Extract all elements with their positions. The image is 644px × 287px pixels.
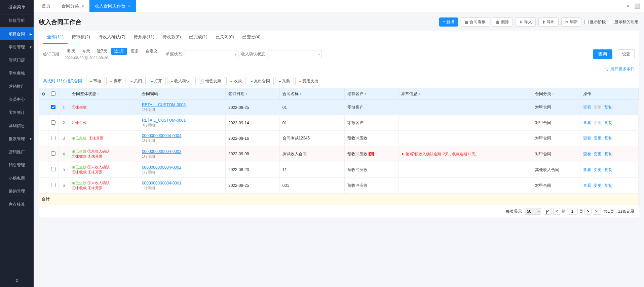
window-close-button[interactable]: ✕ <box>623 3 633 9</box>
tab-close-income-contract[interactable]: × <box>128 4 130 8</box>
payment-button[interactable]: ● 收款 <box>226 77 245 85</box>
row5-checkbox[interactable] <box>48 162 59 178</box>
row4-checkbox[interactable] <box>48 146 59 162</box>
query-button[interactable]: 查询 <box>593 49 612 59</box>
row1-code-link[interactable]: RETAIL_CUSTOM-0003 <box>142 102 186 107</box>
expense-contract-button[interactable]: ● 支出合同 <box>247 77 274 85</box>
sidebar-item-wholesale[interactable]: 批发管理 ▼ <box>0 132 34 145</box>
sidebar-item-basic-info[interactable]: 基础信息 <box>0 119 34 132</box>
date-opt-today[interactable]: 今天 <box>79 48 93 55</box>
settings-icon[interactable]: ⚙ <box>0 274 34 287</box>
th-code[interactable]: 合同编码 ↕ <box>139 88 225 100</box>
sidebar-item-marketing2[interactable]: 营销推广 <box>0 145 34 158</box>
date-opt-custom[interactable]: 自定义 <box>143 48 160 55</box>
row6-change-link[interactable]: 变更 <box>594 183 602 188</box>
sidebar-item-sales-mgmt[interactable]: 销售管理 <box>0 158 34 171</box>
th-type[interactable]: 合同分类 ↕ <box>532 88 580 100</box>
row1-change-link[interactable]: 变更 <box>594 105 602 110</box>
page-size-select[interactable]: 50 20 100 <box>525 208 541 215</box>
sidebar-item-inventory[interactable]: 库存核算 <box>0 198 34 211</box>
row2-checkbox[interactable] <box>48 115 59 131</box>
row5-settings[interactable] <box>39 162 48 178</box>
row5-view-link[interactable]: 查看 <box>583 167 591 172</box>
sidebar-item-member[interactable]: 会员中心 <box>0 93 34 106</box>
row1-view-link[interactable]: 查看 <box>583 105 591 110</box>
sidebar-item-marketing[interactable]: 营销推广 <box>0 80 34 93</box>
th-name[interactable]: 合同名称 ↕ <box>279 88 344 100</box>
filter-settings-button[interactable]: 设置 <box>618 49 635 59</box>
th-error[interactable]: 异常信息 ↕ <box>399 88 532 100</box>
board-button[interactable]: ▦ 合同看板 <box>461 17 489 27</box>
row5-code-link[interactable]: 0000000000004-0002 <box>142 165 181 170</box>
row4-view-link[interactable]: 查看 <box>583 152 591 156</box>
next-page-button[interactable]: > <box>584 208 592 215</box>
th-settings[interactable]: ⚙ <box>39 88 48 100</box>
date-opt-yesterday[interactable]: 昨天 <box>65 48 78 55</box>
filter-tab-pending-income-confirm[interactable]: 待收入确认(7) <box>94 31 129 44</box>
filter-tab-pending-invoice[interactable]: 待开票(11) <box>129 31 158 44</box>
th-customer[interactable]: 结算客户 ↕ <box>344 88 399 100</box>
row3-copy-link[interactable]: 复制 <box>604 136 612 140</box>
date-opt-more[interactable]: 更多 <box>128 48 142 55</box>
row1-copy-link[interactable]: 复制 <box>604 105 612 110</box>
row6-checkbox[interactable] <box>48 178 59 194</box>
abandon-button[interactable]: ● 弃审 <box>106 77 125 85</box>
row5-copy-link[interactable]: 复制 <box>604 167 612 172</box>
filter-tab-closed[interactable]: 已关闭(0) <box>212 31 238 44</box>
select-all-checkbox[interactable] <box>51 91 55 96</box>
income-confirm-select[interactable] <box>268 50 322 58</box>
review-button[interactable]: ● 审核 <box>86 77 105 85</box>
sidebar-item-purchase[interactable]: 采购管理 <box>0 184 34 198</box>
income-confirm-button[interactable]: ● 收入确认 <box>167 77 194 85</box>
row3-change-link[interactable]: 变更 <box>594 136 602 140</box>
row3-view-link[interactable]: 查看 <box>583 136 591 140</box>
tab-close-contract-category[interactable]: × <box>82 4 84 8</box>
filter-tab-pending-review[interactable]: 待审核(2) <box>68 31 94 44</box>
tab-home[interactable]: 首页 <box>36 0 56 12</box>
expense-button[interactable]: ● 费用支出 <box>295 77 322 85</box>
filter-tab-pending-payment[interactable]: 待收款(8) <box>158 31 185 44</box>
sidebar-item-smart-store[interactable]: 智慧门店 <box>0 53 34 67</box>
row4-settings[interactable] <box>39 146 48 162</box>
row6-settings[interactable] <box>39 178 48 194</box>
row1-checkbox[interactable] <box>48 100 59 115</box>
filter-tab-changed[interactable]: 已变更(4) <box>238 31 265 44</box>
purchase-button[interactable]: ● 采购 <box>275 77 294 85</box>
sales-invoice-button[interactable]: 📄 销售发票 <box>195 77 225 85</box>
show-stage-checkbox[interactable]: 显示阶段 <box>584 19 606 25</box>
row2-view-link[interactable]: 查看 <box>583 120 591 125</box>
filter-tab-completed[interactable]: 已完成(1) <box>185 31 212 44</box>
row3-checkbox[interactable] <box>48 131 59 146</box>
sidebar-item-project[interactable]: 项目合同 ▶ <box>0 27 34 40</box>
last-page-button[interactable]: >| <box>593 208 601 215</box>
doc-status-select[interactable] <box>185 50 238 58</box>
sidebar-item-retail-stat[interactable]: 零售统计 <box>0 106 34 119</box>
sidebar-search[interactable]: 搜索菜单 <box>0 0 34 14</box>
show-detail-checkbox[interactable]: 显示标的明细 <box>609 19 639 25</box>
row1-settings[interactable] <box>39 100 48 115</box>
row2-settings[interactable] <box>39 115 48 131</box>
tab-contract-category[interactable]: 合同分类 × <box>56 0 89 12</box>
filter-tab-all[interactable]: 全部(11) <box>43 31 68 44</box>
row6-code-link[interactable]: 0000000000004-0001 <box>142 181 181 186</box>
first-page-button[interactable]: |< <box>544 208 552 215</box>
tab-income-contract[interactable]: 收入合同工作台 × <box>89 0 136 12</box>
row3-code-link[interactable]: 0000000000004-0004 <box>142 133 181 138</box>
sidebar-item-xiaochang[interactable]: 小畅电商 <box>0 171 34 184</box>
date-opt-last7[interactable]: 近7天 <box>94 48 110 55</box>
row4-code-link[interactable]: 0000000000004-0003 <box>142 149 181 154</box>
row2-code-link[interactable]: RETAIL_CUSTOM-0001 <box>142 118 186 123</box>
close-contract-button[interactable]: ● 关闭 <box>127 77 146 85</box>
page-input[interactable] <box>567 208 578 215</box>
row2-copy-link[interactable]: 复制 <box>604 120 612 125</box>
row6-copy-link[interactable]: 复制 <box>604 183 612 188</box>
export-button[interactable]: ⬆ 导出 <box>538 17 559 27</box>
import-button[interactable]: ⬇ 导入 <box>516 17 536 27</box>
row5-change-link[interactable]: 变更 <box>594 167 602 172</box>
sidebar-item-retail-mgmt[interactable]: 零售管理 ▼ <box>0 40 34 53</box>
row6-view-link[interactable]: 查看 <box>583 183 591 188</box>
expand-more-button[interactable]: ∨ 展开更多条件 <box>606 66 635 72</box>
row2-change-link[interactable]: 变更 <box>594 120 602 125</box>
row4-change-link[interactable]: 变更 <box>594 152 602 156</box>
date-opt-last1month[interactable]: 近1月 <box>111 48 127 55</box>
